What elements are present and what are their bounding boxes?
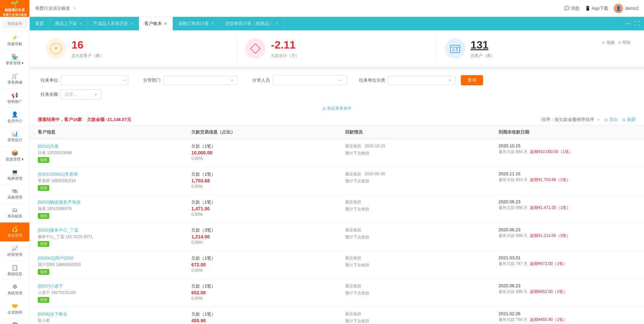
overdue-link-6[interactable]: 超期¥455.90（1笔） (530, 317, 567, 322)
search-button[interactable]: 查询 (461, 75, 483, 85)
retail-mall-icon: 🛒 (1, 73, 28, 79)
td-debt-6: 欠款（1笔） 455.90 0.00% (183, 307, 337, 324)
dept-input[interactable] (167, 78, 230, 83)
sidebar-item-retail-mgmt[interactable]: 🏪 零售管理 ▾ (0, 50, 29, 69)
customer-link-4[interactable]: [000002]用户2050 (38, 256, 74, 261)
stat-card-debt-customers: ¥ 16 总欠款客户（家） (38, 36, 237, 61)
sidebar-item-basic-info[interactable]: 📋 基础信息 (0, 261, 29, 280)
tab-products[interactable]: 商品上下架 ✕ (50, 17, 88, 30)
sort-selector[interactable]: 排序：按欠款金额倒序排序 ▼ (541, 117, 600, 123)
retail-stats-icon: 📊 (1, 130, 28, 137)
refresh-button[interactable]: ⊙ 刷新 (622, 117, 636, 123)
overdue-link-2[interactable]: 超期¥1,471.00（1笔） (530, 205, 570, 210)
filter-person-label: 分管人员 (250, 77, 270, 83)
tab-close-purchase-order[interactable]: ✕ (211, 22, 214, 26)
sidebar: 🌱 畅捷通好生意 母婴行业演示账套 搜索菜单 ⚡ 快捷导航 🏪 零售管理 ▾ 🛒… (0, 0, 30, 324)
collapse-button[interactable]: ⋀ 收起更多条件 (323, 106, 352, 111)
tab-close-customer-account[interactable]: ✕ (164, 22, 167, 26)
marketing-icon: 📢 (1, 92, 28, 98)
header-actions: 💬 消息 📱 App下载 👤 demo2 (564, 4, 639, 13)
sidebar-item-operations[interactable]: 📈 经营管理 (0, 242, 29, 261)
company-selector[interactable]: 母婴行业演示账套 ▼ (35, 5, 76, 11)
filter-customer-label: 往来单位 (38, 77, 58, 83)
newbie-icon: 🎯 (1, 322, 28, 324)
customer-sub-4: 用户2050 18665062050 (38, 262, 175, 268)
sidebar-item-marketing[interactable]: 📢 营销推广 (0, 89, 29, 108)
person-input-wrapper[interactable]: ··· (273, 75, 347, 85)
tab-close-production[interactable]: ✕ (130, 22, 133, 26)
sidebar-item-batch-mgmt[interactable]: 📦 批发管理 ▾ (0, 146, 29, 166)
tab-home[interactable]: 首页 (30, 17, 50, 30)
overdue-link-4[interactable]: 超期¥672.00（1笔） (530, 261, 567, 266)
td-customer-0: [0016]吕俊 吕俊 13026203696 现销 (30, 139, 183, 167)
tab-close-inventory-stats[interactable]: ✕ (275, 22, 278, 26)
sidebar-item-enterprise[interactable]: 🤝 企业协同 (0, 299, 29, 319)
sidebar-item-system[interactable]: ⚙ 系统管理 (0, 280, 29, 299)
stat-card-total-customers: 131 总客户（家） ⊙ 视频 ⊙ 帮助 (437, 36, 636, 61)
sidebar-item-finance[interactable]: 💰 资金管理 (0, 223, 29, 242)
stat-label-total-customers: 总客户（家） (471, 53, 495, 59)
collapse-row: ⋀ 收起更多条件 (38, 104, 636, 114)
system-icon: ⚙ (1, 284, 28, 290)
tab-minimize-icon[interactable]: — (624, 20, 632, 27)
result-actions: 排序：按欠款金额倒序排序 ▼ ⊙ 导出 ⊙ 刷新 (541, 117, 636, 123)
customer-link-0[interactable]: [0016]吕俊 (38, 144, 59, 149)
customer-link-2[interactable]: [0003]畅捷服务尹海燕 (38, 200, 81, 205)
sidebar-item-purchase[interactable]: 🛍 采购管理 (0, 185, 29, 204)
app-icon: 📱 (585, 6, 590, 11)
tab-purchase-order[interactable]: 采购订单统计表 ✕ (173, 17, 220, 30)
stat-info-debt: 16 总欠款客户（家） (72, 38, 104, 58)
message-button[interactable]: 💬 消息 (564, 5, 580, 11)
tab-inventory-stats[interactable]: 进货单统计表（按商品） ✕ (220, 17, 284, 30)
search-menu-button[interactable]: 搜索菜单 (2, 20, 27, 28)
video-btn[interactable]: ⊙ 视频 (602, 40, 614, 46)
sidebar-item-newbie[interactable]: 🎯 新手引导 (0, 319, 29, 324)
sidebar-item-ecommerce[interactable]: 💻 电商管理 (0, 166, 29, 185)
overdue-link-1[interactable]: 超期¥1,703.68（1笔） (530, 177, 570, 182)
sidebar-item-retail-stats[interactable]: 📊 零售统计 (0, 127, 29, 146)
message-icon: 💬 (564, 6, 569, 11)
td-customer-4: [000002]用户2050 用户2050 18665062050 现销 (30, 251, 183, 279)
customer-link-1[interactable]: [0001020001]李老师 (38, 172, 78, 177)
filter-customer: 往来单位 ··· (38, 75, 128, 85)
balance-select[interactable]: 选择... ▼ (61, 89, 101, 99)
tab-production[interactable]: 产成品入库单历史 ✕ (88, 17, 139, 30)
customer-input-wrapper[interactable]: ··· (61, 75, 128, 85)
enterprise-icon: 🤝 (1, 303, 28, 309)
tab-maximize-icon[interactable]: ⛶ (633, 20, 641, 27)
td-due-1: 2020.11.15 最长欠款 853 天 超期¥1,703.68（1笔） (491, 167, 644, 195)
sidebar-item-member[interactable]: 👤 会员中心 (0, 108, 29, 127)
td-customer-6: [0006]去下粮仓 陈小希 现销 (30, 307, 183, 324)
overdue-link-3[interactable]: 超期¥1,214.00（3笔） (530, 233, 570, 238)
overdue-link-0[interactable]: 超期¥10,000.00（1笔） (530, 149, 573, 154)
tab-close-products[interactable]: ✕ (79, 22, 82, 26)
customer-link-3[interactable]: [0002]服务中心_丁磊 (38, 228, 79, 233)
export-icon: ⊙ (604, 117, 608, 122)
stat-label-debt-customers: 总欠款客户（家） (72, 53, 104, 59)
category-input[interactable] (392, 78, 448, 83)
sidebar-item-quick-nav[interactable]: ⚡ 快捷导航 (0, 31, 29, 50)
customer-dots-icon: ··· (121, 77, 128, 83)
sidebar-search-area: 搜索菜单 (0, 17, 29, 31)
td-debt-1: 欠款（1笔） 1,703.68 0.00% (183, 167, 337, 195)
app-download-button[interactable]: 📱 App下载 (585, 5, 608, 11)
td-debt-0: 欠款（1笔） 10,000.00 0.00% (183, 139, 337, 167)
customer-link-5[interactable]: [0007]小迸干 (38, 284, 63, 289)
td-return-1: 最近收款 2020-06-30 预计下次收款 (337, 167, 491, 195)
sidebar-item-inventory[interactable]: 🗂 库存核算 (0, 204, 29, 223)
customer-sub-2: 海燕 18513066976 (38, 206, 175, 212)
user-info[interactable]: 👤 demo2 (614, 4, 639, 13)
stat-value-debt-total: -2.11 (271, 38, 299, 51)
content-area: ¥ 16 总欠款客户（家） -2.11 欠款合计（万） (30, 30, 644, 324)
customer-input[interactable] (64, 78, 121, 83)
tab-customer-account[interactable]: 客户账本 ✕ (139, 17, 173, 30)
export-button[interactable]: ⊙ 导出 (604, 117, 618, 123)
person-input[interactable] (276, 78, 336, 83)
dept-input-wrapper[interactable]: ▼ (163, 76, 237, 85)
sidebar-item-retail-mall[interactable]: 🛒 零售商城 (0, 69, 29, 89)
help-btn[interactable]: ⊙ 帮助 (618, 40, 631, 46)
customer-link-6[interactable]: [0006]去下粮仓 (38, 312, 67, 317)
overdue-link-5[interactable]: 超期¥652.00（1笔） (530, 289, 567, 294)
purchase-icon: 🛍 (1, 188, 28, 194)
category-input-wrapper[interactable]: ▼ (388, 76, 455, 85)
